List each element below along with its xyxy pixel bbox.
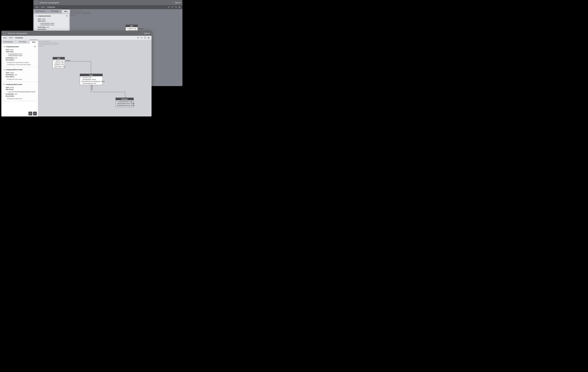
tab-namespaces[interactable]: Namespaces (1, 40, 16, 44)
svg-line-35 (81, 77, 82, 78)
breadcrumb: Sale > Store > Employee (35, 6, 55, 8)
chevron-down-icon (3, 84, 5, 85)
svg-line-31 (35, 47, 35, 47)
attr-toggle-last[interactable]: :employee/last-name (3, 84, 36, 85)
svg-rect-8 (179, 7, 180, 8)
svg-rect-10 (179, 6, 180, 7)
key-icon (66, 15, 68, 17)
svg-rect-26 (148, 37, 149, 38)
key-icon (81, 77, 82, 78)
node-store[interactable]: Store :store/id: Uuid :store/address: St… (80, 74, 103, 85)
svg-rect-25 (144, 37, 146, 39)
add-button[interactable]: + (33, 112, 37, 115)
svg-point-9 (179, 7, 180, 8)
breadcrumb-store[interactable]: Store (41, 6, 45, 8)
edit-button[interactable] (29, 112, 32, 115)
breadcrumb-store[interactable]: Store (9, 37, 13, 39)
attr-desc: Employee's last name (6, 97, 36, 100)
zoom-in-icon[interactable] (168, 6, 170, 8)
attr-panel-name: :employee/name Type: tuple Tuple Attrs: … (34, 14, 69, 32)
svg-line-13 (67, 16, 67, 16)
tabs: Namespaces NS Details Attrs (1, 40, 38, 44)
zoom-out-icon[interactable] (171, 6, 174, 8)
breadcrumb: Sale > Store > Employee (3, 37, 23, 39)
svg-line-23 (142, 38, 142, 38)
svg-line-37 (117, 101, 117, 102)
zoom-out-icon[interactable] (140, 37, 143, 39)
app-title: Schema Cartographer (40, 1, 59, 4)
attr-title: :employee/first-name (6, 69, 22, 71)
gojs-watermark: GoJS 2.0 evaluation (c) 1998-2019 Northw… (71, 10, 90, 16)
chevron-down-icon (3, 69, 5, 70)
tab-ns-details[interactable]: NS Details (48, 9, 62, 13)
tab-attrs[interactable]: Attrs (62, 9, 70, 13)
node-employee[interactable]: Employee :employee/name: Tuple :employee… (116, 98, 134, 107)
svg-line-15 (127, 28, 127, 29)
svg-line-19 (138, 38, 139, 38)
fit-icon[interactable] (144, 37, 146, 39)
options-link[interactable]: Options (175, 2, 181, 4)
chevron-down-icon (35, 15, 37, 17)
svg-line-5 (173, 7, 173, 8)
diagram-canvas[interactable]: GoJS 2.0 evaluation (c) 1998-2019 Northw… (38, 40, 152, 117)
key-icon (116, 101, 118, 102)
tab-namespaces[interactable]: Namespaces (33, 9, 48, 13)
sidebar: Namespaces NS Details Attrs :employee/na… (1, 40, 38, 117)
svg-rect-28 (148, 37, 149, 37)
svg-rect-7 (175, 6, 177, 8)
attr-panel-first: :employee/first-name Type: string Cardin… (2, 68, 37, 82)
breadcrumb-employee[interactable]: Employee (47, 6, 55, 8)
chevron-down-icon (3, 46, 5, 47)
svg-line-1 (169, 7, 170, 8)
attr-list: :employee/name Type: tuple Tuple Attrs: … (1, 44, 38, 117)
link-label-location: Location (138, 28, 144, 30)
attr-toggle-name[interactable]: :employee/name (35, 15, 68, 17)
attr-desc: Employee's must have a unique combinatio… (6, 61, 36, 66)
compass-icon (35, 1, 38, 4)
tab-attrs[interactable]: Attrs (30, 40, 38, 44)
titlebar: Schema Cartographer Options (33, 0, 182, 5)
tab-ns-details[interactable]: NS Details (16, 40, 30, 44)
attr-panel-last: :employee/last-name Type: string Attr Pr… (2, 82, 37, 101)
attr-title: :employee/name (38, 15, 51, 17)
zoom-in-icon[interactable] (137, 37, 139, 39)
attr-toggle-name[interactable]: :employee/name (3, 46, 36, 48)
key-icon (34, 46, 36, 47)
tabs: Namespaces NS Details Attrs (33, 9, 70, 13)
toolbar: Sale > Store > Employee (33, 5, 182, 9)
svg-point-27 (148, 38, 149, 38)
fit-icon[interactable] (175, 6, 177, 8)
titlebar: Schema Cartographer Options (1, 31, 152, 36)
breadcrumb-sale[interactable]: Sale (3, 37, 6, 39)
attr-panel-name: :employee/name Type: tuple Tuple Attrs: … (2, 45, 37, 67)
breadcrumb-employee[interactable]: Employee (15, 37, 23, 39)
gojs-watermark: GoJS 2.0 evaluation (c) 1998-2019 Northw… (39, 41, 58, 47)
toolbar: Sale > Store > Employee (1, 36, 152, 40)
options-link[interactable]: Options (144, 32, 150, 34)
svg-line-33 (54, 61, 54, 61)
attr-title: :employee/last-name (6, 84, 22, 85)
camera-icon[interactable] (147, 37, 150, 39)
app-window-front: Schema Cartographer Options Sale > Store… (1, 31, 152, 117)
attr-toggle-first[interactable]: :employee/first-name (3, 69, 36, 71)
app-title: Schema Cartographer (8, 32, 27, 34)
key-icon (126, 28, 128, 30)
attr-title: :employee/name (6, 46, 19, 48)
breadcrumb-sale[interactable]: Sale (35, 6, 38, 8)
camera-icon[interactable] (178, 6, 180, 8)
compass-icon (3, 32, 6, 35)
attr-desc: Employee's first name (6, 78, 36, 80)
node-sale[interactable]: Sale :sale/id: Uuid :sale/cone: Ref :sal… (53, 57, 65, 68)
key-icon (54, 60, 55, 62)
link-label-location: Location (65, 60, 70, 61)
